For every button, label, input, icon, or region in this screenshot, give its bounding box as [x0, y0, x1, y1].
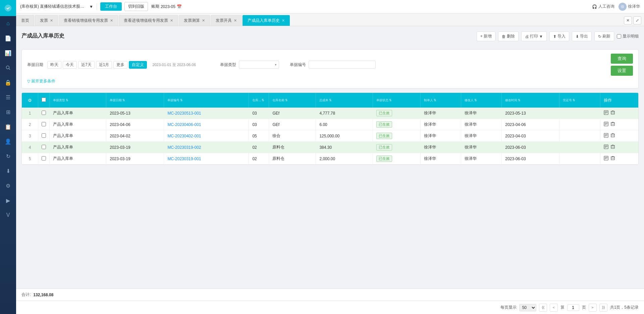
tab-invoice[interactable]: 发票 ✕ — [35, 15, 58, 26]
maximize-button[interactable]: ⤢ — [633, 16, 641, 24]
row-checkbox-1[interactable] — [42, 111, 46, 115]
workbench-button[interactable]: 工作台 — [100, 2, 122, 11]
date-btn-today[interactable]: 今天 — [63, 61, 77, 69]
sidebar-item-lock[interactable]: 🔒 — [0, 75, 16, 90]
sidebar-item-search[interactable] — [0, 60, 16, 75]
close-icon[interactable]: ✕ — [234, 18, 237, 23]
user-profile[interactable]: 徐 徐泽华 — [619, 3, 640, 11]
date-btn-more[interactable]: 更多 — [113, 61, 127, 69]
row-checkbox-2[interactable] — [42, 122, 46, 126]
row-edit-icon-2[interactable] — [604, 122, 608, 127]
row-number-link-5[interactable]: MC-20230319-001 — [167, 156, 201, 161]
close-icon[interactable]: ✕ — [50, 18, 53, 23]
row-status-2: 已生效 — [373, 119, 420, 130]
row-creator-5: 徐泽华 — [420, 153, 461, 165]
page-number-input[interactable] — [567, 304, 579, 311]
switch-version-button[interactable]: 切到旧版 — [124, 2, 148, 11]
th-voucher-sort[interactable]: 凭证号 ⇅ — [563, 98, 596, 103]
sidebar-item-refresh[interactable]: ↻ — [0, 149, 16, 164]
row-checkbox-5[interactable] — [42, 156, 46, 161]
th-wh-name-sort[interactable]: 仓库名称 ⇅ — [272, 98, 312, 103]
sidebar-item-settings[interactable]: ⚙ — [0, 178, 16, 193]
refresh-button[interactable]: ↻ 刷新 — [594, 32, 614, 41]
page-size-select[interactable]: 50 100 200 — [519, 304, 536, 311]
row-delete-icon-4[interactable] — [610, 144, 615, 150]
row-edit-icon-4[interactable] — [604, 144, 608, 150]
row-delete-icon-2[interactable] — [610, 122, 615, 127]
row-total-cost-5: 2,000.00 — [316, 153, 373, 165]
th-modifier-sort[interactable]: 修改人 ⇅ — [465, 98, 498, 103]
sidebar-item-doc[interactable]: 📄 — [0, 31, 16, 46]
query-button[interactable]: 查询 — [611, 54, 633, 64]
tab-check-output[interactable]: 查看销项增值税专用发票 ✕ — [59, 15, 118, 26]
th-modify-time-sort[interactable]: 修改时间 ⇅ — [505, 98, 556, 103]
date-btn-custom[interactable]: 自定义 — [129, 61, 147, 69]
th-number-sort[interactable]: 单据编号 ⇅ — [167, 98, 245, 103]
type-select[interactable]: 产品入库单 — [239, 61, 279, 69]
prev-page-button[interactable]: ＜ — [550, 304, 558, 312]
row-edit-icon-5[interactable] — [604, 156, 608, 162]
calendar-icon[interactable]: 📅 — [177, 4, 182, 9]
next-page-button[interactable]: ＞ — [589, 304, 597, 312]
th-type-sort[interactable]: 单据类型 ⇅ — [53, 98, 103, 103]
close-icon[interactable]: ✕ — [110, 18, 113, 23]
tab-stock-history[interactable]: 产成品入库单历史 ✕ — [243, 15, 290, 26]
sidebar-item-v[interactable]: V — [0, 208, 16, 223]
sidebar-item-chart[interactable]: 📊 — [0, 46, 16, 60]
sidebar-item-list[interactable]: ☰ — [0, 90, 16, 105]
user-service[interactable]: 🎧 人工咨询 — [592, 4, 614, 9]
show-detail-checkbox[interactable]: 显示明细 — [617, 34, 639, 39]
set-button[interactable]: 设置 — [611, 66, 633, 76]
th-creator-sort[interactable]: 制单人 ⇅ — [424, 98, 458, 103]
th-wh-code-sort[interactable]: 仓库... ⇅ — [252, 98, 265, 103]
row-number-link-1[interactable]: MC-20230513-001 — [167, 111, 201, 116]
print-button[interactable]: 🖨 打印 ▼ — [521, 32, 547, 41]
row-number-link-3[interactable]: MC-20230402-001 — [167, 134, 201, 138]
close-icon[interactable]: ✕ — [170, 18, 173, 23]
row-checkbox-cell-2 — [38, 119, 50, 130]
column-settings-button[interactable]: ⚙ — [25, 96, 35, 105]
new-button[interactable]: + 新增 — [477, 32, 495, 41]
expand-filter-button[interactable]: ▽ 展开更多条件 — [27, 78, 55, 84]
row-checkbox-3[interactable] — [42, 133, 46, 138]
close-icon[interactable]: ✕ — [202, 18, 205, 23]
first-page-button[interactable]: ⟨⟨ — [539, 304, 547, 312]
export-button[interactable]: ⬇ 导出 — [572, 32, 592, 41]
tab-invoice-calc[interactable]: 发票测算 ✕ — [179, 15, 210, 26]
sidebar-item-download[interactable]: ⬇ — [0, 164, 16, 178]
row-checkbox-4[interactable] — [42, 145, 46, 149]
date-btn-1month[interactable]: 近1月 — [96, 61, 112, 69]
sidebar-item-play[interactable]: ▶ — [0, 193, 16, 208]
number-filter-input[interactable] — [309, 61, 376, 69]
row-number-link-4[interactable]: MC-20230319-002 — [167, 145, 201, 150]
date-btn-7days[interactable]: 近7天 — [78, 61, 95, 69]
close-icon[interactable]: ✕ — [282, 18, 285, 23]
tab-home[interactable]: 首页 — [16, 15, 34, 26]
row-edit-icon-1[interactable] — [604, 110, 608, 116]
tab-invoice-open[interactable]: 发票开具 ✕ — [211, 15, 242, 26]
row-delete-icon-1[interactable] — [610, 110, 615, 116]
row-number-link-2[interactable]: MC-20230406-001 — [167, 122, 201, 127]
close-all-tabs-button[interactable]: ✕ — [624, 16, 632, 24]
row-edit-icon-3[interactable] — [604, 133, 608, 139]
th-status-sort[interactable]: 单据状态 ⇅ — [376, 98, 417, 103]
sidebar-item-order[interactable]: 📋 — [0, 119, 16, 134]
sidebar-item-home[interactable]: ⌂ — [0, 16, 16, 31]
select-all-checkbox[interactable] — [42, 98, 46, 102]
import-button[interactable]: ⬆ 导入 — [549, 32, 569, 41]
th-date-sort[interactable]: 单据日期 ⇅ — [110, 98, 160, 103]
show-detail-input[interactable] — [617, 34, 621, 39]
sidebar-item-grid[interactable]: ⊞ — [0, 105, 16, 119]
company-selector[interactable]: (库存核算) 直播轻绒通信息技术股份... ▼ — [20, 4, 93, 9]
svg-rect-24 — [611, 134, 614, 137]
row-action-5 — [600, 153, 638, 165]
delete-button[interactable]: 🗑 删除 — [498, 32, 519, 41]
tab-check-input[interactable]: 查看进项增值税专用发票 ✕ — [119, 15, 178, 26]
date-btn-yesterday[interactable]: 昨天 — [47, 61, 61, 69]
last-page-button[interactable]: ⟩⟩ — [599, 304, 607, 312]
row-delete-icon-3[interactable] — [610, 133, 615, 139]
th-total-cost-sort[interactable]: 总成本 ⇅ — [319, 98, 369, 103]
row-date-3: 2023-04-02 — [106, 130, 164, 142]
sidebar-item-user[interactable]: 👤 — [0, 134, 16, 149]
row-delete-icon-5[interactable] — [610, 156, 615, 162]
